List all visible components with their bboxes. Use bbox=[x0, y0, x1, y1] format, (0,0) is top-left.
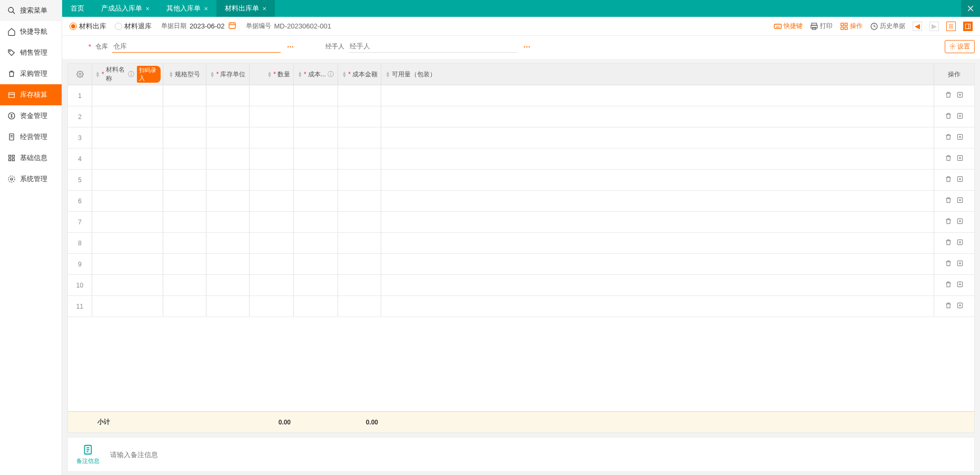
print-link[interactable]: 打印 bbox=[810, 22, 833, 31]
add-row-icon[interactable] bbox=[956, 302, 964, 311]
cell-unit[interactable] bbox=[206, 85, 250, 106]
cell-qty[interactable] bbox=[250, 254, 294, 274]
sort-icon[interactable]: ▲▼ bbox=[210, 71, 215, 77]
add-row-icon[interactable] bbox=[956, 260, 964, 269]
sidebar-search[interactable]: 搜索菜单 bbox=[0, 0, 62, 21]
delete-row-icon[interactable] bbox=[945, 260, 952, 269]
cell-qty[interactable] bbox=[250, 212, 294, 232]
cell-spec[interactable] bbox=[163, 127, 206, 148]
cell-spec[interactable] bbox=[163, 106, 206, 127]
table-row[interactable]: 11 bbox=[68, 296, 974, 317]
sort-icon[interactable]: ▲▼ bbox=[385, 71, 390, 77]
cell-amount[interactable] bbox=[338, 275, 381, 295]
cell-avail[interactable] bbox=[381, 275, 934, 295]
delete-row-icon[interactable] bbox=[945, 133, 952, 142]
delete-row-icon[interactable] bbox=[945, 239, 952, 248]
cell-amount[interactable] bbox=[338, 85, 381, 106]
cell-avail[interactable] bbox=[381, 212, 934, 232]
delete-row-icon[interactable] bbox=[945, 196, 952, 205]
cell-spec[interactable] bbox=[163, 212, 206, 232]
list-view-button[interactable] bbox=[946, 22, 956, 31]
cell-unit[interactable] bbox=[206, 296, 250, 316]
tab-1[interactable]: 产成品入库单✕ bbox=[93, 0, 158, 17]
remark-input[interactable] bbox=[110, 451, 966, 459]
sidebar-item-3[interactable]: 库存核算 bbox=[0, 84, 62, 105]
cell-amount[interactable] bbox=[338, 170, 381, 190]
table-row[interactable]: 8 bbox=[68, 233, 974, 254]
table-row[interactable]: 9 bbox=[68, 254, 974, 275]
table-row[interactable]: 3 bbox=[68, 127, 974, 149]
delete-row-icon[interactable] bbox=[945, 175, 952, 184]
warehouse-input[interactable] bbox=[112, 40, 281, 53]
sidebar-item-5[interactable]: 经营管理 bbox=[0, 126, 62, 147]
sort-icon[interactable]: ▲▼ bbox=[298, 71, 302, 77]
handler-input[interactable] bbox=[349, 40, 517, 53]
cell-avail[interactable] bbox=[381, 149, 934, 169]
panel-button[interactable] bbox=[963, 22, 973, 31]
cell-name[interactable] bbox=[92, 233, 163, 253]
prev-doc-button[interactable]: ◀ bbox=[913, 22, 922, 31]
handler-more-icon[interactable]: ⋯ bbox=[523, 43, 530, 51]
sort-icon[interactable]: ▲▼ bbox=[169, 71, 174, 77]
cell-qty[interactable] bbox=[250, 296, 294, 316]
cell-cost[interactable] bbox=[294, 275, 338, 295]
cell-qty[interactable] bbox=[250, 106, 294, 127]
sidebar-item-6[interactable]: 基础信息 bbox=[0, 147, 62, 169]
amount-header[interactable]: ▲▼ * 成本金额 bbox=[338, 64, 381, 85]
cell-spec[interactable] bbox=[163, 254, 206, 274]
qty-header[interactable]: ▲▼ * 数量 bbox=[250, 64, 294, 85]
add-row-icon[interactable] bbox=[956, 239, 964, 248]
next-doc-button[interactable]: ▶ bbox=[929, 22, 939, 31]
cell-amount[interactable] bbox=[338, 106, 381, 127]
cell-name[interactable] bbox=[92, 149, 163, 169]
cell-qty[interactable] bbox=[250, 191, 294, 211]
radio-outbound[interactable]: 材料出库 bbox=[70, 22, 106, 31]
cell-qty[interactable] bbox=[250, 275, 294, 295]
cell-cost[interactable] bbox=[294, 254, 338, 274]
tab-0[interactable]: 首页 bbox=[62, 0, 93, 17]
table-row[interactable]: 5 bbox=[68, 170, 974, 191]
sort-icon[interactable]: ▲▼ bbox=[95, 71, 100, 77]
add-row-icon[interactable] bbox=[956, 217, 964, 226]
add-row-icon[interactable] bbox=[956, 281, 964, 290]
cell-cost[interactable] bbox=[294, 149, 338, 169]
cell-name[interactable] bbox=[92, 275, 163, 295]
cell-name[interactable] bbox=[92, 170, 163, 190]
tabs-close-all-button[interactable] bbox=[961, 0, 980, 17]
cell-amount[interactable] bbox=[338, 254, 381, 274]
sidebar-item-1[interactable]: 销售管理 bbox=[0, 42, 62, 63]
operate-link[interactable]: 操作 bbox=[840, 22, 863, 31]
cell-spec[interactable] bbox=[163, 170, 206, 190]
cell-cost[interactable] bbox=[294, 191, 338, 211]
cell-spec[interactable] bbox=[163, 296, 206, 316]
tab-close-icon[interactable]: ✕ bbox=[262, 6, 266, 12]
help-icon[interactable]: ⓘ bbox=[328, 70, 334, 79]
radio-return[interactable]: 材料退库 bbox=[115, 22, 152, 31]
add-row-icon[interactable] bbox=[956, 196, 964, 205]
table-row[interactable]: 10 bbox=[68, 275, 974, 296]
cell-spec[interactable] bbox=[163, 149, 206, 169]
cell-unit[interactable] bbox=[206, 254, 250, 274]
unit-header[interactable]: ▲▼ * 库存单位 bbox=[206, 64, 250, 85]
shortcut-link[interactable]: 快捷键 bbox=[774, 22, 803, 31]
cell-unit[interactable] bbox=[206, 127, 250, 148]
cell-avail[interactable] bbox=[381, 296, 934, 316]
gear-column-header[interactable] bbox=[68, 64, 92, 85]
delete-row-icon[interactable] bbox=[945, 217, 952, 226]
cell-amount[interactable] bbox=[338, 191, 381, 211]
sort-icon[interactable]: ▲▼ bbox=[342, 71, 347, 77]
cell-avail[interactable] bbox=[381, 170, 934, 190]
cell-cost[interactable] bbox=[294, 296, 338, 316]
table-row[interactable]: 7 bbox=[68, 212, 974, 233]
history-link[interactable]: 历史单据 bbox=[870, 22, 905, 31]
delete-row-icon[interactable] bbox=[945, 302, 952, 311]
table-row[interactable]: 1 bbox=[68, 85, 974, 106]
cell-spec[interactable] bbox=[163, 275, 206, 295]
cell-qty[interactable] bbox=[250, 149, 294, 169]
cell-name[interactable] bbox=[92, 191, 163, 211]
cost-header[interactable]: ▲▼ * 成本... ⓘ bbox=[294, 64, 338, 85]
cell-avail[interactable] bbox=[381, 191, 934, 211]
add-row-icon[interactable] bbox=[956, 112, 964, 121]
cell-spec[interactable] bbox=[163, 85, 206, 106]
cell-name[interactable] bbox=[92, 127, 163, 148]
